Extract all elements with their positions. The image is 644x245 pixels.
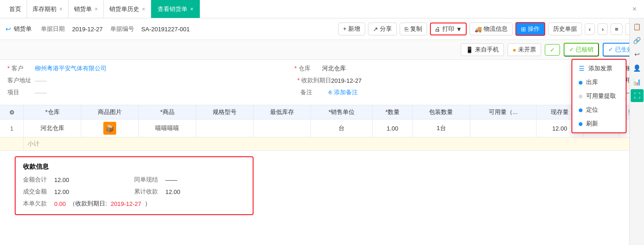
add-button[interactable]: + 新增 bbox=[338, 23, 365, 35]
col-available: 可用量（... bbox=[470, 105, 537, 120]
refresh-dot-icon bbox=[579, 120, 582, 127]
doc-meta: 单据日期 2019-12-27 单据编号 SA-20191227-001 bbox=[41, 25, 190, 33]
customer-value[interactable]: 柳州粤港平安气体有限公司 bbox=[35, 64, 294, 73]
main-content: ↩ 销货单 单据日期 2019-12-27 单据编号 SA-20191227-0… bbox=[0, 18, 644, 245]
tab-sales-history[interactable]: 销货单历史 × bbox=[104, 0, 151, 18]
cancel-check-icon: ✓ bbox=[569, 46, 574, 53]
available-dot-icon bbox=[579, 93, 582, 100]
subtotal-row: 小计 bbox=[0, 137, 644, 151]
close-icon[interactable]: × bbox=[190, 6, 193, 12]
col-spec: 规格型号 bbox=[196, 105, 254, 120]
row-pack-qty: 1台 bbox=[412, 120, 470, 137]
right-icon-return[interactable]: ↩ bbox=[631, 48, 644, 61]
form-row-2: 客户地址 —— 收款到期日 2019-12-27 票据类型 不开票 bbox=[7, 76, 637, 85]
same-order-label: 同单现结 bbox=[134, 176, 162, 184]
row-spec bbox=[196, 120, 254, 137]
history-button[interactable]: 历史单据 bbox=[548, 23, 582, 35]
row-warehouse: 河北仓库 bbox=[24, 120, 81, 137]
tab-home[interactable]: 首页 bbox=[4, 0, 27, 18]
number-value: SA-20191227-001 bbox=[141, 26, 190, 33]
warehouse-label: 仓库 bbox=[294, 64, 322, 73]
invoice-icon: ☰ bbox=[579, 65, 585, 72]
phone-icon: 📱 bbox=[466, 46, 473, 53]
close-icon[interactable]: × bbox=[95, 6, 98, 12]
nav-prev-button[interactable]: ‹ bbox=[585, 23, 595, 35]
from-phone-button[interactable]: 📱 来自手机 bbox=[461, 43, 504, 56]
product-image: 📦 bbox=[103, 122, 116, 135]
tab-inventory-init[interactable]: 库存期初 × bbox=[27, 0, 68, 18]
note-label: 备注 bbox=[300, 88, 328, 97]
date-value: 2019-12-27 bbox=[72, 26, 103, 33]
table-row: 1 河北仓库 📦 嘻嘻嘻嘻 台 1.00 1台 12.00 0. bbox=[0, 120, 644, 137]
payment-date-field: 收款到期日 2019-12-27 bbox=[297, 76, 587, 85]
nav-next-button[interactable]: › bbox=[598, 23, 608, 35]
row-qty: 1.00 bbox=[373, 120, 412, 137]
due-date-label: （收款到期日: bbox=[69, 199, 107, 208]
form-section: 客户 柳州粤港平安气体有限公司 仓库 河北仓库 业务员 演示账号 客户地址 ——… bbox=[0, 60, 644, 105]
check-icon: ✓ bbox=[550, 46, 555, 53]
form-row-3: 项目 —— 备注 ⊕ 添加备注 业务员孟 —— bbox=[7, 88, 637, 97]
copy-icon: ⎘ bbox=[405, 26, 408, 33]
col-qty: *数量 bbox=[373, 105, 412, 120]
logistics-button[interactable]: 🚚 物流信息 bbox=[469, 23, 513, 35]
right-icon-doc[interactable]: 📋 bbox=[631, 20, 644, 33]
col-sales-unit: *销售单位 bbox=[311, 105, 373, 120]
total-label: 金额合计 bbox=[23, 176, 51, 184]
subtotal-label: 小计 bbox=[24, 137, 644, 151]
right-icon-user[interactable]: 👤 bbox=[631, 62, 644, 74]
same-order-row: 同单现结 —— bbox=[134, 175, 245, 185]
current-due-label: 本单欠款 bbox=[23, 199, 51, 208]
doc-header: ↩ 销货单 单据日期 2019-12-27 单据编号 SA-20191227-0… bbox=[0, 18, 644, 40]
right-panel: 📋 🔗 ↩ 👤 📊 ⛶ bbox=[629, 18, 644, 245]
view-list-button[interactable]: ≡ bbox=[610, 23, 622, 35]
row-min-stock bbox=[254, 120, 311, 137]
product-table: ⚙ *仓库 商品图片 *商品 规格型号 最低库存 *销售单位 *数量 包装数量 … bbox=[0, 105, 644, 151]
summary-grid: 金额合计 12.00 同单现结 —— 成交金额 12.00 累计收款 12.00… bbox=[23, 175, 245, 209]
operations-button[interactable]: ⊞ 操作 bbox=[515, 22, 545, 36]
col-product: *商品 bbox=[139, 105, 196, 120]
row-image: 📦 bbox=[81, 120, 139, 137]
close-icon[interactable]: × bbox=[142, 6, 145, 12]
deal-row: 成交金额 12.00 bbox=[23, 187, 134, 197]
deal-label: 成交金额 bbox=[23, 188, 51, 196]
total-value: 12.00 bbox=[54, 177, 69, 183]
dropdown-arrow-icon: ▼ bbox=[456, 26, 462, 33]
doc-title: ↩ 销货单 bbox=[6, 25, 32, 33]
form-row-1: 客户 柳州粤港平安气体有限公司 仓库 河北仓库 业务员 演示账号 bbox=[7, 64, 637, 73]
share-icon: ↗ bbox=[373, 26, 378, 33]
dropdown-item-locate[interactable]: 定位 bbox=[572, 103, 626, 117]
right-icon-chart[interactable]: 📊 bbox=[631, 75, 644, 88]
dropdown-item-refresh[interactable]: 刷新 bbox=[572, 117, 626, 131]
close-icon[interactable]: × bbox=[59, 6, 62, 12]
not-opened-button[interactable]: ● 未开票 bbox=[508, 43, 541, 56]
truck-icon: 🚚 bbox=[475, 26, 482, 33]
tab-bar: 首页 库存期初 × 销货单 × 销货单历史 × 查看销货单 × × bbox=[0, 0, 644, 18]
check-icon-button[interactable]: ✓ bbox=[545, 44, 560, 56]
right-icon-fullscreen[interactable]: ⛶ bbox=[631, 89, 644, 102]
copy-button[interactable]: ⎘ 复制 bbox=[400, 23, 427, 35]
grid-icon: ⊞ bbox=[521, 26, 526, 33]
cumulative-label: 累计收款 bbox=[134, 188, 162, 196]
dropdown-item-outbound[interactable]: 出库 bbox=[572, 75, 626, 89]
payment-date-value: 2019-12-27 bbox=[331, 77, 588, 84]
share-button[interactable]: ↗ 分享 bbox=[368, 23, 397, 35]
summary-title: 收款信息 bbox=[23, 163, 245, 171]
dropdown-item-invoice[interactable]: ☰ 添加发票 bbox=[572, 62, 626, 75]
already-cancelled-button[interactable]: ✓ 已核销 bbox=[564, 43, 599, 57]
window-close-button[interactable]: × bbox=[629, 5, 640, 13]
dropdown-item-available[interactable]: 可用量提取 bbox=[572, 89, 626, 103]
warehouse-field: 仓库 河北仓库 bbox=[294, 64, 582, 73]
note-add-button[interactable]: ⊕ 添加备注 bbox=[328, 88, 593, 97]
cumulative-value: 12.00 bbox=[165, 188, 181, 195]
print-button[interactable]: 🖨 打印 ▼ bbox=[430, 23, 467, 35]
tab-view-sales[interactable]: 查看销货单 × bbox=[151, 0, 200, 18]
right-icon-link[interactable]: 🔗 bbox=[631, 34, 644, 47]
cumulative-row: 累计收款 12.00 bbox=[134, 187, 245, 197]
customer-field: 客户 柳州粤港平安气体有限公司 bbox=[7, 64, 294, 73]
summary-box: 收款信息 金额合计 12.00 同单现结 —— 成交金额 12.00 累计收款 … bbox=[15, 156, 254, 215]
col-settings[interactable]: ⚙ bbox=[0, 105, 24, 120]
col-min-stock: 最低库存 bbox=[254, 105, 311, 120]
row-num: 1 bbox=[0, 120, 24, 137]
tab-sales-order[interactable]: 销货单 × bbox=[68, 0, 104, 18]
plus-icon: ⊕ bbox=[328, 89, 333, 96]
